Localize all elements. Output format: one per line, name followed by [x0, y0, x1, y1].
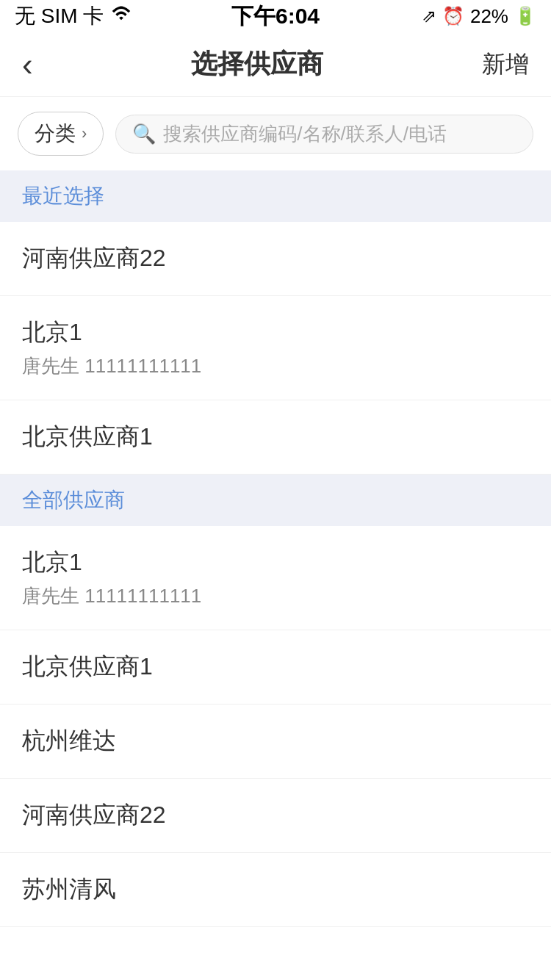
- list-item[interactable]: 杭州维达: [0, 705, 551, 779]
- all-section-header: 全部供应商: [0, 475, 551, 526]
- category-filter[interactable]: 分类 ›: [18, 112, 104, 156]
- alarm-icon: ⏰: [442, 6, 464, 26]
- item-name: 北京供应商1: [22, 651, 529, 683]
- status-bar: 无 SIM 卡 下午6:04 ⇗ ⏰ 22% 🔋: [0, 0, 551, 32]
- list-item[interactable]: 北京供应商1: [0, 400, 551, 475]
- list-item[interactable]: 苏州清风: [0, 853, 551, 927]
- item-name: 北京1: [22, 547, 529, 579]
- filter-bar: 分类 › 🔍: [0, 97, 551, 170]
- item-name: 河南供应商22: [22, 242, 529, 275]
- list-item[interactable]: 河南供应商22: [0, 222, 551, 296]
- battery-text: 22%: [470, 5, 508, 28]
- search-box: 🔍: [115, 115, 533, 154]
- list-item[interactable]: 北京1 唐先生 11111111111: [0, 296, 551, 400]
- status-bar-left: 无 SIM 卡: [15, 2, 132, 30]
- item-name: 河南供应商22: [22, 799, 529, 832]
- back-button[interactable]: ‹: [22, 48, 33, 81]
- list-item[interactable]: 北京1 唐先生 11111111111: [0, 526, 551, 630]
- wifi-icon: [111, 4, 132, 29]
- category-label: 分类: [35, 120, 76, 148]
- recent-section-header: 最近选择: [0, 170, 551, 222]
- item-name: 苏州清风: [22, 873, 529, 906]
- status-bar-time: 下午6:04: [231, 1, 320, 32]
- new-button[interactable]: 新增: [482, 48, 529, 81]
- item-name: 杭州维达: [22, 725, 529, 757]
- list-item[interactable]: 河南供应商22: [0, 779, 551, 853]
- no-sim-text: 无 SIM 卡: [15, 2, 104, 30]
- location-icon: ⇗: [422, 6, 436, 26]
- item-sub: 唐先生 11111111111: [22, 583, 529, 609]
- page-title: 选择供应商: [191, 46, 323, 82]
- item-name: 北京1: [22, 317, 529, 349]
- item-name: 北京供应商1: [22, 421, 529, 453]
- recent-items-list: 河南供应商22 北京1 唐先生 11111111111 北京供应商1: [0, 222, 551, 475]
- search-icon: 🔍: [132, 123, 156, 145]
- item-sub: 唐先生 11111111111: [22, 353, 529, 379]
- status-bar-right: ⇗ ⏰ 22% 🔋: [422, 5, 536, 28]
- battery-icon: 🔋: [514, 6, 536, 26]
- search-input[interactable]: [163, 123, 516, 145]
- nav-bar: ‹ 选择供应商 新增: [0, 32, 551, 97]
- all-items-list: 北京1 唐先生 11111111111 北京供应商1 杭州维达 河南供应商22 …: [0, 526, 551, 927]
- chevron-right-icon: ›: [82, 124, 87, 143]
- list-item[interactable]: 北京供应商1: [0, 630, 551, 705]
